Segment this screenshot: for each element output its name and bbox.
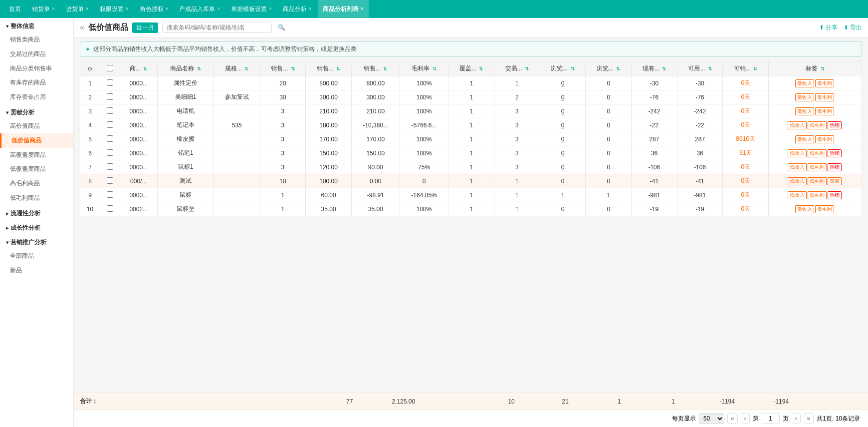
- search-input[interactable]: [162, 22, 272, 33]
- row-select[interactable]: [107, 205, 113, 212]
- sidebar-item-low-margin[interactable]: 低毛利商品: [0, 191, 73, 205]
- row-s9: -981: [632, 188, 677, 202]
- share-button[interactable]: ⬆ 分享: [819, 23, 838, 32]
- col-sales1[interactable]: 销售... ⇅: [260, 61, 306, 76]
- row-checkbox[interactable]: [100, 118, 120, 132]
- sidebar-item-low-value[interactable]: 低价值商品: [0, 133, 73, 148]
- nav-home[interactable]: 首页: [4, 0, 26, 18]
- sidebar-collapse-btn[interactable]: «: [80, 23, 84, 32]
- row-select[interactable]: [107, 177, 113, 184]
- row-s7[interactable]: 0: [540, 160, 586, 174]
- page-size-select[interactable]: 50 100: [699, 413, 724, 424]
- nav-close-analysis-list[interactable]: ×: [361, 0, 364, 18]
- row-checkbox[interactable]: [100, 174, 120, 188]
- sidebar-item-new-products[interactable]: 新品: [0, 263, 73, 278]
- row-checkbox[interactable]: [100, 146, 120, 160]
- sidebar-item-high-margin[interactable]: 高毛利商品: [0, 176, 73, 191]
- nav-product-inbound[interactable]: 产成品入库单 ×: [174, 0, 225, 18]
- sidebar-item-stock[interactable]: 有库存的商品: [0, 75, 73, 90]
- row-s8: 0: [586, 132, 632, 146]
- first-page-btn[interactable]: «: [727, 414, 738, 424]
- nav-role-auth[interactable]: 角色授权 ×: [135, 0, 174, 18]
- search-icon[interactable]: 🔍: [278, 24, 285, 31]
- nav-close-purchase[interactable]: ×: [86, 0, 89, 18]
- row-select[interactable]: [107, 135, 113, 142]
- row-s7[interactable]: 0: [540, 174, 586, 188]
- sidebar-group-growth[interactable]: ▸ 成长性分析: [0, 220, 73, 234]
- sidebar-group-circulation[interactable]: ▸ 流通性分析: [0, 205, 73, 220]
- next-page-btn[interactable]: ›: [792, 414, 801, 424]
- export-button[interactable]: ⬇ 导出: [844, 23, 862, 32]
- col-sales2[interactable]: 销售... ⇅: [306, 61, 352, 76]
- col-current-stock[interactable]: 现有... ⇅: [632, 61, 677, 76]
- col-margin[interactable]: 毛利率 ⇅: [400, 61, 448, 76]
- row-select[interactable]: [107, 149, 113, 156]
- row-select[interactable]: [107, 121, 113, 128]
- col-settings[interactable]: ⚙: [80, 61, 100, 76]
- filter-recent-month[interactable]: 近一月: [132, 22, 158, 33]
- nav-product-analysis-list[interactable]: 商品分析列表 ×: [318, 0, 369, 18]
- row-s7[interactable]: 0: [540, 132, 586, 146]
- col-available-stock[interactable]: 可用... ⇅: [677, 61, 723, 76]
- select-all-checkbox[interactable]: [107, 65, 113, 71]
- sidebar-item-sales-products[interactable]: 销售类商品: [0, 32, 73, 47]
- col-name[interactable]: 商品名称 ⇅: [158, 61, 214, 76]
- row-checkbox[interactable]: [100, 104, 120, 118]
- col-view1[interactable]: 浏览... ⇅: [540, 61, 586, 76]
- prev-page-btn[interactable]: ‹: [741, 414, 750, 424]
- nav-close-template[interactable]: ×: [269, 0, 272, 18]
- row-s7[interactable]: 0: [540, 104, 586, 118]
- content-header: « 低价值商品 近一月 🔍 ⬆ 分享 ⬇ 导出: [74, 18, 868, 37]
- footer-s9: -1194: [700, 398, 754, 405]
- row-s7[interactable]: 0: [540, 118, 586, 132]
- row-checkbox[interactable]: [100, 188, 120, 202]
- row-checkbox[interactable]: [100, 132, 120, 146]
- nav-close-role[interactable]: ×: [166, 0, 169, 18]
- sidebar-group-marketing[interactable]: ▾ 营销推广分析: [0, 234, 73, 249]
- row-select[interactable]: [107, 79, 113, 86]
- row-checkbox[interactable]: [100, 76, 120, 90]
- sidebar-item-all-products[interactable]: 全部商品: [0, 249, 73, 263]
- sidebar-group-overview[interactable]: ▾ 整体信息: [0, 18, 73, 32]
- col-sellable-stock[interactable]: 可销... ⇅: [723, 61, 769, 76]
- nav-close-analysis[interactable]: ×: [309, 0, 312, 18]
- sidebar-item-category-rate[interactable]: 商品分类销售率: [0, 61, 73, 76]
- table-container[interactable]: ⚙ 商... ⇅ 商品名称 ⇅ 规格... ⇅ 销售... ⇅ 销售... ⇅ …: [80, 61, 862, 393]
- nav-purchase-order[interactable]: 进货单 ×: [61, 0, 94, 18]
- sidebar-item-high-value[interactable]: 高价值商品: [0, 119, 73, 133]
- row-checkbox[interactable]: [100, 202, 120, 216]
- sidebar-group-contribution[interactable]: ▾ 贡献分析: [0, 104, 73, 119]
- nav-close-inbound[interactable]: ×: [217, 0, 220, 18]
- row-select[interactable]: [107, 163, 113, 170]
- sidebar-item-high-coverage[interactable]: 高覆盖度商品: [0, 148, 73, 162]
- row-s7[interactable]: 1: [540, 188, 586, 202]
- row-select[interactable]: [107, 191, 113, 198]
- col-coverage[interactable]: 覆盖... ⇅: [448, 61, 494, 76]
- nav-permission[interactable]: 权限设置 ×: [95, 0, 134, 18]
- nav-sales-order[interactable]: 销货单 ×: [27, 0, 60, 18]
- col-transaction[interactable]: 交易... ⇅: [494, 61, 540, 76]
- nav-close-permission[interactable]: ×: [126, 0, 129, 18]
- row-checkbox[interactable]: [100, 90, 120, 104]
- sidebar-item-stock-value[interactable]: 库存资金占用: [0, 90, 73, 104]
- row-checkbox[interactable]: [100, 160, 120, 174]
- row-s7[interactable]: 0: [540, 76, 586, 90]
- row-s7[interactable]: 0: [540, 90, 586, 104]
- row-s7[interactable]: 0: [540, 202, 586, 216]
- sidebar-item-traded[interactable]: 交易过的商品: [0, 47, 73, 61]
- nav-template[interactable]: 单据模板设置 ×: [226, 0, 277, 18]
- col-tags[interactable]: 标签 ⇅: [769, 61, 862, 76]
- row-select[interactable]: [107, 107, 113, 114]
- col-sales3[interactable]: 销售... ⇅: [351, 61, 400, 76]
- col-view2[interactable]: 浏览... ⇅: [586, 61, 632, 76]
- last-page-btn[interactable]: »: [804, 414, 814, 424]
- row-s7[interactable]: 0: [540, 146, 586, 160]
- row-select[interactable]: [107, 93, 113, 100]
- page-number-input[interactable]: [762, 414, 780, 424]
- col-spec[interactable]: 规格... ⇅: [214, 61, 260, 76]
- nav-product-analysis[interactable]: 商品分析 ×: [278, 0, 317, 18]
- sidebar-item-low-coverage[interactable]: 低覆盖度商品: [0, 162, 73, 176]
- col-code[interactable]: 商... ⇅: [120, 61, 158, 76]
- nav-close-sales[interactable]: ×: [52, 0, 55, 18]
- col-checkbox-header[interactable]: [100, 61, 120, 76]
